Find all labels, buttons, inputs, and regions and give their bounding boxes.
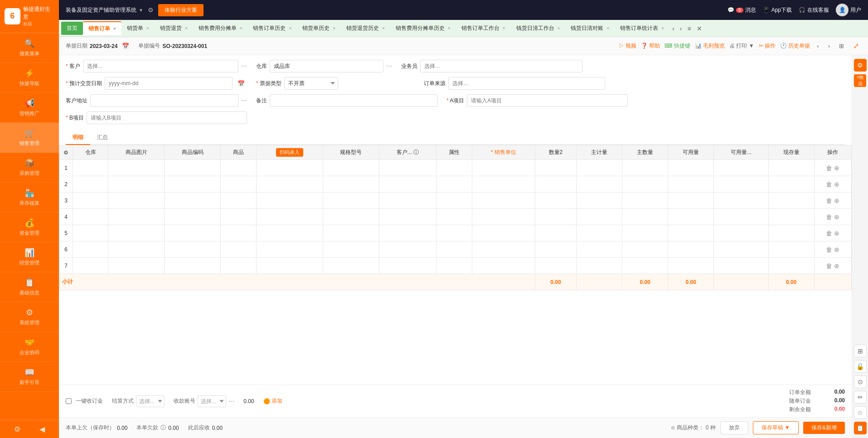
full-expand-icon[interactable]: ⤢ xyxy=(851,41,861,51)
right-btn-1[interactable]: ⊞ xyxy=(854,345,867,357)
tab-sales-order-history[interactable]: 销售订单历史× xyxy=(247,22,297,35)
cell-qty2-6[interactable] xyxy=(535,241,576,258)
grid-view-icon[interactable]: ⊞ xyxy=(837,42,846,50)
cell-product-code-7[interactable] xyxy=(165,258,221,274)
tab-close-sales-order[interactable]: × xyxy=(113,26,116,31)
cell-spec-5[interactable] xyxy=(323,225,379,241)
sidebar-item-enterprise[interactable]: 🤝 企业协同 xyxy=(0,332,59,362)
tab-sales-order-workbench[interactable]: 销售订单工作台× xyxy=(456,22,511,35)
cell-sales-unit-1[interactable] xyxy=(472,160,535,176)
user-profile[interactable]: 👤 用户 xyxy=(836,4,861,16)
tab-close-sales-order-workbench[interactable]: × xyxy=(503,26,505,31)
cell-sales-unit-5[interactable] xyxy=(472,225,535,241)
order-source-input[interactable] xyxy=(448,77,605,90)
discard-btn[interactable]: 放弃 xyxy=(720,421,748,434)
cell-qty2-5[interactable] xyxy=(535,225,576,241)
b-project-input[interactable] xyxy=(87,111,247,124)
sidebar-item-operation[interactable]: 📊 经营管理 xyxy=(0,242,59,272)
operation-btn[interactable]: ✂ 操作 xyxy=(759,42,776,50)
tab-close-sales-fee-history[interactable]: × xyxy=(448,26,451,31)
profit-preview-btn[interactable]: 📊 毛利预览 xyxy=(695,42,725,50)
bank-more-icon[interactable]: ··· xyxy=(228,397,234,405)
delete-row-btn-7[interactable]: 🗑 xyxy=(826,262,832,270)
cell-product-code-6[interactable] xyxy=(165,241,221,258)
save-draft-btn[interactable]: 保存草稿 ▼ xyxy=(753,421,799,434)
sidebar-item-sales[interactable]: 🛒 销售管理 xyxy=(0,123,59,153)
cell-warehouse-6[interactable] xyxy=(73,241,108,258)
cell-attribute-2[interactable] xyxy=(436,176,472,193)
one-click-checkbox[interactable] xyxy=(66,398,72,404)
tab-sales-refund[interactable]: 销货退货× xyxy=(155,22,193,35)
topbar-gear-icon[interactable]: ⚙ xyxy=(148,6,154,14)
sidebar-item-quick-nav[interactable]: ⚡ 快捷导航 xyxy=(0,63,59,93)
cell-qty2-4[interactable] xyxy=(535,209,576,225)
warehouse-more-icon[interactable]: ··· xyxy=(386,62,392,70)
cell-spec-7[interactable] xyxy=(323,258,379,274)
cell-product-2[interactable] xyxy=(221,176,256,193)
delete-row-btn-3[interactable]: 🗑 xyxy=(826,197,832,204)
tab-detail[interactable]: 明细 xyxy=(66,131,90,145)
cell-qty2-3[interactable] xyxy=(535,193,576,209)
agent-input[interactable] xyxy=(420,60,582,72)
tab-sales-return[interactable]: 销货单× xyxy=(121,22,155,35)
customer-input[interactable] xyxy=(83,60,238,72)
cell-qty2-1[interactable] xyxy=(535,160,576,176)
add-material-btn[interactable]: +物流 xyxy=(854,74,866,87)
tab-close-all-btn[interactable]: ✕ xyxy=(694,23,705,34)
cell-product-6[interactable] xyxy=(221,241,256,258)
cell-spec-4[interactable] xyxy=(323,209,379,225)
preview-btn[interactable]: ▷ 视频 xyxy=(619,42,636,50)
delivery-date-input[interactable] xyxy=(105,77,233,90)
col-settings[interactable]: ⚙ xyxy=(59,145,73,160)
cell-main-qty-3[interactable] xyxy=(622,193,668,209)
tab-sales-return-history[interactable]: 销货单历史× xyxy=(297,22,341,35)
history-btn[interactable]: 🕐 历史单据 xyxy=(780,42,810,50)
payment-method-select[interactable]: 选择... xyxy=(136,395,165,407)
nav-prev-icon[interactable]: ‹ xyxy=(815,42,821,50)
delete-row-btn-5[interactable]: 🗑 xyxy=(826,230,832,237)
cell-product-code-2[interactable] xyxy=(165,176,221,193)
nav-next-icon[interactable]: › xyxy=(826,42,832,50)
tab-cash-daily-reconcile[interactable]: 钱货日清对账× xyxy=(565,22,615,35)
online-service-btn[interactable]: 🎧 在线客服 xyxy=(799,6,829,14)
cell-product-code-3[interactable] xyxy=(165,193,221,209)
app-download-btn[interactable]: 📱 App下载 xyxy=(763,6,792,14)
cell-product-code-4[interactable] xyxy=(165,209,221,225)
tab-sales-fee-split[interactable]: 销售费用分摊单× xyxy=(193,22,248,35)
tab-home[interactable]: 首页 xyxy=(61,22,83,35)
customer-address-input[interactable] xyxy=(90,94,238,107)
print-btn[interactable]: 🖨 打印 ▼ xyxy=(729,42,754,50)
cell-qty2-2[interactable] xyxy=(535,176,576,193)
copy-row-btn-4[interactable]: ⊕ xyxy=(834,213,839,221)
delivery-calendar-icon[interactable]: 📅 xyxy=(235,79,247,88)
sidebar-collapse-icon[interactable]: ◀ xyxy=(39,425,45,433)
right-btn-4[interactable]: ✏ xyxy=(854,391,867,404)
cell-customer-code-4[interactable] xyxy=(379,209,436,225)
right-btn-3[interactable]: ⊙ xyxy=(854,375,867,388)
cell-customer-code-3[interactable] xyxy=(379,193,436,209)
warehouse-input[interactable] xyxy=(270,60,383,72)
sidebar-item-system[interactable]: ⚙ 系统管理 xyxy=(0,302,59,332)
tab-close-sales-stat[interactable]: × xyxy=(661,26,664,31)
cell-product-1[interactable] xyxy=(221,160,256,176)
cell-customer-code-5[interactable] xyxy=(379,225,436,241)
help-btn[interactable]: ❓ 帮助 xyxy=(641,42,660,50)
add-btn[interactable]: 🟠 添加 xyxy=(263,397,282,405)
cell-attribute-6[interactable] xyxy=(436,241,472,258)
sidebar-item-finance[interactable]: 💰 资金管理 xyxy=(0,212,59,242)
sidebar-item-guide[interactable]: 📖 新手引导 xyxy=(0,362,59,392)
cell-spec-2[interactable] xyxy=(323,176,379,193)
tab-close-sales-return-history[interactable]: × xyxy=(333,26,335,31)
sidebar-item-inventory[interactable]: 🏪 库存核算 xyxy=(0,183,59,212)
sidebar-item-search[interactable]: 🔍 搜索菜单 xyxy=(0,33,59,63)
cell-attribute-1[interactable] xyxy=(436,160,472,176)
cell-product-code-5[interactable] xyxy=(165,225,221,241)
cell-product-5[interactable] xyxy=(221,225,256,241)
cell-sales-unit-4[interactable] xyxy=(472,209,535,225)
date-calendar-icon[interactable]: 📅 xyxy=(120,42,131,50)
cell-spec-1[interactable] xyxy=(323,160,379,176)
cell-customer-code-6[interactable] xyxy=(379,241,436,258)
sidebar-item-marketing[interactable]: 📢 营销推广 xyxy=(0,93,59,123)
cell-main-qty-4[interactable] xyxy=(622,209,668,225)
tab-sales-order[interactable]: 销售订单× xyxy=(83,21,121,35)
